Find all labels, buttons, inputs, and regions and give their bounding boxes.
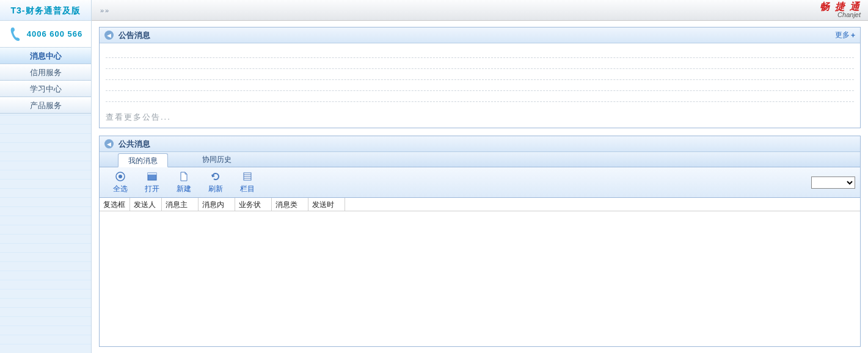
column-label: 栏目 xyxy=(240,184,255,194)
open-label: 打开 xyxy=(145,184,159,194)
notice-row xyxy=(106,69,854,80)
column-button[interactable]: 栏目 xyxy=(232,169,263,197)
sidebar-item-product-service[interactable]: 产品服务 xyxy=(0,97,91,114)
main-area: »» 畅 捷 通 Chanjet ◀ 公告消息 更多 + xyxy=(92,0,868,353)
open-icon xyxy=(146,170,158,183)
select-all-label: 全选 xyxy=(113,184,128,194)
brand-logo: 畅 捷 通 Chanjet xyxy=(820,2,861,18)
new-icon xyxy=(178,170,190,183)
sidebar: T3-财务通普及版 4006 600 566 消息中心 信用服务 学习中心 产品… xyxy=(0,0,92,353)
notice-panel-header: ◀ 公告消息 更多 + xyxy=(100,27,860,43)
sidebar-item-credit-service[interactable]: 信用服务 xyxy=(0,64,91,81)
product-title: T3-财务通普及版 xyxy=(0,0,91,21)
public-panel-title: 公共消息 xyxy=(119,139,150,150)
svg-rect-3 xyxy=(148,173,156,175)
col-status[interactable]: 业务状态 xyxy=(235,198,272,211)
select-all-icon xyxy=(114,170,126,183)
notice-row xyxy=(106,58,854,69)
phone-icon xyxy=(9,26,22,43)
phone-number: 4006 600 566 xyxy=(27,29,83,38)
notice-footer-link[interactable]: 查看更多公告... xyxy=(100,106,860,128)
phone-row: 4006 600 566 xyxy=(0,21,91,48)
tabs: 我的消息 协同历史 xyxy=(100,152,860,167)
sidebar-item-learning-center[interactable]: 学习中心 xyxy=(0,81,91,97)
refresh-icon xyxy=(210,170,222,183)
select-all-button[interactable]: 全选 xyxy=(104,169,136,197)
new-button[interactable]: 新建 xyxy=(168,169,200,197)
notice-panel: ◀ 公告消息 更多 + 查看更多公告... xyxy=(99,27,861,128)
col-content[interactable]: 消息内容 xyxy=(199,198,235,211)
new-label: 新建 xyxy=(177,184,191,194)
notice-row xyxy=(106,47,854,58)
plus-icon: + xyxy=(851,31,855,40)
col-time[interactable]: 发送时间 xyxy=(308,198,345,211)
notice-row xyxy=(106,91,854,102)
grid-body[interactable] xyxy=(100,211,860,346)
notice-panel-title: 公告消息 xyxy=(119,30,150,41)
toolbar: 全选 打开 新建 xyxy=(100,167,860,198)
open-button[interactable]: 打开 xyxy=(136,169,168,197)
col-type[interactable]: 消息类型 xyxy=(272,198,308,211)
brand-cn: 畅 捷 通 xyxy=(820,2,861,12)
col-subject[interactable]: 消息主题 xyxy=(162,198,199,211)
svg-point-1 xyxy=(119,175,122,178)
col-checkbox[interactable]: 复选框 xyxy=(100,198,130,211)
brand-en: Chanjet xyxy=(820,12,861,18)
filter-dropdown[interactable] xyxy=(811,176,855,189)
notice-row xyxy=(106,80,854,91)
topbar: »» 畅 捷 通 Chanjet xyxy=(92,0,868,21)
sidebar-background xyxy=(0,114,91,353)
public-panel: ◀ 公共消息 我的消息 协同历史 全选 xyxy=(99,136,861,347)
grid-header: 复选框 发送人 消息主题 消息内容 业务状态 消息类型 发送时间 xyxy=(100,198,860,211)
notice-body xyxy=(100,43,860,106)
sidebar-item-message-center[interactable]: 消息中心 xyxy=(0,48,91,64)
collapse-icon[interactable]: ◀ xyxy=(104,31,114,40)
more-label: 更多 xyxy=(835,30,850,40)
refresh-label: 刷新 xyxy=(208,184,223,194)
column-icon xyxy=(241,170,253,183)
public-panel-header: ◀ 公共消息 xyxy=(100,136,860,152)
sidebar-toggle-icon[interactable]: »» xyxy=(100,7,110,14)
tab-my-messages[interactable]: 我的消息 xyxy=(118,153,168,167)
tab-collab-history[interactable]: 协同历史 xyxy=(192,153,241,167)
collapse-icon[interactable]: ◀ xyxy=(104,139,114,148)
refresh-button[interactable]: 刷新 xyxy=(200,169,232,197)
col-sender[interactable]: 发送人 xyxy=(130,198,162,211)
more-link[interactable]: 更多 + xyxy=(835,30,855,40)
